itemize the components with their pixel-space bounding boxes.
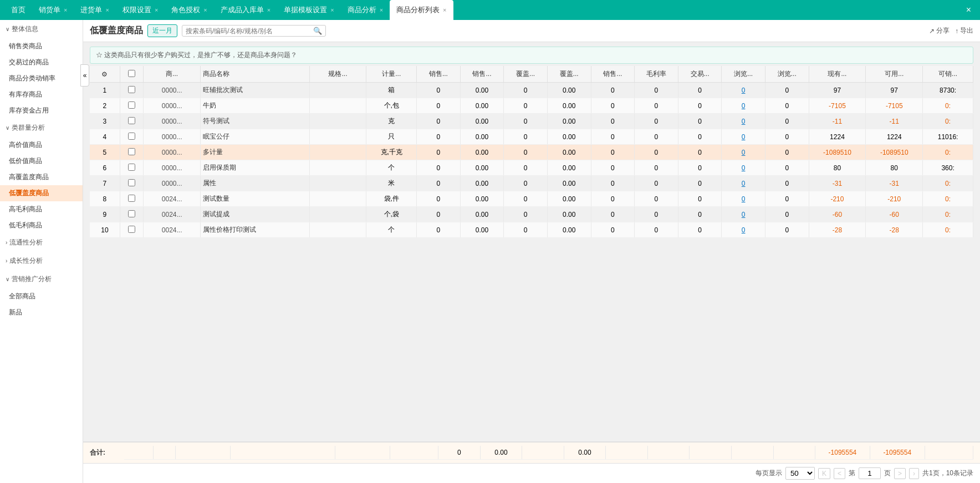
sidebar-item-sales-goods[interactable]: 销售类商品 xyxy=(0,38,83,54)
nav-tab-sales[interactable]: 销货单 × xyxy=(32,0,74,20)
close-icon[interactable]: × xyxy=(443,7,446,13)
row-checkbox[interactable] xyxy=(120,207,143,222)
close-icon[interactable]: × xyxy=(64,7,67,13)
sidebar-item-low-margin[interactable]: 低毛利商品 xyxy=(0,217,83,233)
row-checkbox[interactable] xyxy=(120,83,143,98)
sidebar-item-stock-capital[interactable]: 库存资金占用 xyxy=(0,103,83,119)
close-icon[interactable]: × xyxy=(330,7,334,13)
row-browse2: 0 xyxy=(765,98,809,114)
col-settings[interactable]: ⚙ xyxy=(90,66,120,83)
row-browse1[interactable]: 0 xyxy=(722,222,765,238)
row-select-checkbox[interactable] xyxy=(128,117,135,124)
row-sellable: 8730: xyxy=(923,83,973,98)
next-page-button[interactable]: > xyxy=(894,468,906,479)
row-checkbox[interactable] xyxy=(120,145,143,160)
row-browse1[interactable]: 0 xyxy=(722,114,765,129)
row-unit: 个 xyxy=(366,222,417,238)
row-sellable: 0: xyxy=(923,191,973,207)
per-page-select[interactable]: 50 20 100 xyxy=(785,467,815,480)
row-checkbox[interactable] xyxy=(120,176,143,191)
close-all-button[interactable]: × xyxy=(962,5,976,15)
nav-tab-analysis-list[interactable]: 商品分析列表 × xyxy=(390,0,453,20)
col-check[interactable] xyxy=(120,66,143,83)
first-page-button[interactable]: K xyxy=(818,468,830,479)
row-checkbox[interactable] xyxy=(120,98,143,114)
sidebar-item-low-value[interactable]: 低价值商品 xyxy=(0,153,83,169)
sidebar-section-growth[interactable]: › 成长性分析 xyxy=(0,252,83,270)
sidebar-item-all-goods[interactable]: 全部商品 xyxy=(0,288,83,304)
row-browse1[interactable]: 0 xyxy=(722,160,765,176)
close-icon[interactable]: × xyxy=(380,7,383,13)
row-sellable: 0: xyxy=(923,176,973,191)
sidebar-section-cluster[interactable]: ∨ 类群量分析 xyxy=(0,119,83,137)
sidebar-item-category-rate[interactable]: 商品分类动销率 xyxy=(0,70,83,87)
last-page-button[interactable]: › xyxy=(909,468,919,479)
sidebar-item-in-stock[interactable]: 有库存商品 xyxy=(0,87,83,103)
close-icon[interactable]: × xyxy=(203,7,207,13)
share-button[interactable]: ↗ 分享 xyxy=(929,26,950,35)
row-name: 符号测试 xyxy=(201,114,310,129)
row-select-checkbox[interactable] xyxy=(128,226,135,233)
row-sale3: 0 xyxy=(591,145,635,160)
sidebar-item-new-goods[interactable]: 新品 xyxy=(0,304,83,321)
row-name: 眠宝公仔 xyxy=(201,129,310,145)
row-unit: 袋,件 xyxy=(366,191,417,207)
close-icon[interactable]: × xyxy=(105,7,109,13)
nav-tab-analysis[interactable]: 商品分析 × xyxy=(341,0,390,20)
table-container[interactable]: ⚙ 商... 商品名称 规格... 计量... 销售... 销售... 覆盖..… xyxy=(90,66,973,441)
row-select-checkbox[interactable] xyxy=(128,133,135,140)
page-number-input[interactable] xyxy=(859,467,881,479)
sidebar-item-low-coverage[interactable]: 低覆盖度商品 xyxy=(0,185,83,201)
row-browse1[interactable]: 0 xyxy=(722,191,765,207)
sidebar-section-flow[interactable]: › 流通性分析 xyxy=(0,233,83,252)
sidebar-item-high-margin[interactable]: 高毛利商品 xyxy=(0,201,83,217)
sidebar-item-high-coverage[interactable]: 高覆盖度商品 xyxy=(0,169,83,185)
row-select-checkbox[interactable] xyxy=(128,148,135,155)
table-body: 1 0000... 旺辅批次测试 箱 0 0.00 0 0.00 0 0 0 0… xyxy=(90,83,973,238)
row-checkbox[interactable] xyxy=(120,114,143,129)
nav-tab-template[interactable]: 单据模板设置 × xyxy=(277,0,340,20)
table-row: 3 0000... 符号测试 克 0 0.00 0 0.00 0 0 0 0 0… xyxy=(90,114,973,129)
sidebar-collapse-button[interactable]: « xyxy=(80,64,89,87)
nav-tab-purchase[interactable]: 进货单 × xyxy=(74,0,115,20)
nav-tab-home[interactable]: 首页 xyxy=(4,0,32,20)
row-browse1[interactable]: 0 xyxy=(722,207,765,222)
row-select-checkbox[interactable] xyxy=(128,210,135,217)
row-checkbox[interactable] xyxy=(120,160,143,176)
row-name: 旺辅批次测试 xyxy=(201,83,310,98)
row-checkbox[interactable] xyxy=(120,129,143,145)
export-button[interactable]: ↑ 导出 xyxy=(955,26,973,35)
select-all-checkbox[interactable] xyxy=(128,70,135,77)
prev-page-button[interactable]: < xyxy=(834,468,845,479)
row-sale3: 0 xyxy=(591,191,635,207)
row-select-checkbox[interactable] xyxy=(128,195,135,202)
page-title: 低覆盖度商品 xyxy=(90,25,143,37)
nav-tab-warehouse[interactable]: 产成品入库单 × xyxy=(214,0,277,20)
row-margin: 0 xyxy=(635,129,678,145)
row-select-checkbox[interactable] xyxy=(128,101,135,109)
row-browse1[interactable]: 0 xyxy=(722,145,765,160)
row-select-checkbox[interactable] xyxy=(128,164,135,171)
sidebar-section-overall[interactable]: ∨ 整体信息 xyxy=(0,20,83,38)
total-pages-label: 共1页，10条记录 xyxy=(922,469,973,478)
row-browse1[interactable]: 0 xyxy=(722,98,765,114)
col-sale3: 销售... xyxy=(591,66,635,83)
row-checkbox[interactable] xyxy=(120,222,143,238)
row-select-checkbox[interactable] xyxy=(128,179,135,186)
data-table: ⚙ 商... 商品名称 规格... 计量... 销售... 销售... 覆盖..… xyxy=(90,66,973,238)
close-icon[interactable]: × xyxy=(155,7,158,13)
close-icon[interactable]: × xyxy=(267,7,270,13)
filter-recent-month-button[interactable]: 近一月 xyxy=(147,24,177,37)
search-input[interactable] xyxy=(186,27,313,35)
row-browse1[interactable]: 0 xyxy=(722,129,765,145)
sidebar-item-traded-goods[interactable]: 交易过的商品 xyxy=(0,54,83,70)
row-browse1[interactable]: 0 xyxy=(722,83,765,98)
row-trade: 0 xyxy=(678,98,722,114)
row-checkbox[interactable] xyxy=(120,191,143,207)
nav-tab-permission[interactable]: 权限设置 × xyxy=(116,0,165,20)
nav-tab-role[interactable]: 角色授权 × xyxy=(165,0,213,20)
row-browse1[interactable]: 0 xyxy=(722,176,765,191)
row-select-checkbox[interactable] xyxy=(128,86,135,93)
sidebar-section-marketing[interactable]: ∨ 营销推广分析 xyxy=(0,270,83,288)
sidebar-item-high-value[interactable]: 高价值商品 xyxy=(0,137,83,153)
